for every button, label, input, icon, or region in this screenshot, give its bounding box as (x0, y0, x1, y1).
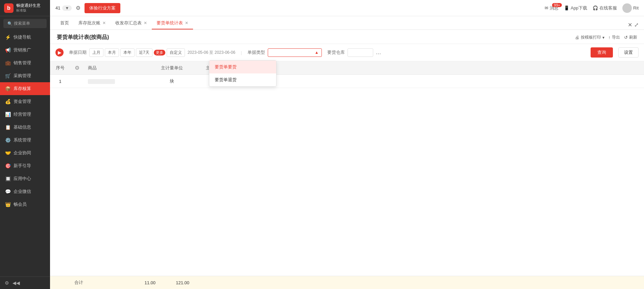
sidebar-item-label: 快捷导航 (14, 34, 31, 40)
purchase-icon: 🛒 (5, 73, 11, 79)
date-btn-year[interactable]: 本年 (120, 48, 135, 57)
app-download-btn[interactable]: 📱 App下载 (564, 5, 587, 11)
tab-batch-close[interactable]: ✕ (102, 21, 106, 25)
app-logo: b 畅捷通好生意 标准版 (0, 0, 50, 16)
sidebar-item-member[interactable]: 👑 畅会员 (0, 198, 50, 211)
footer-amount: 121.00 (156, 280, 189, 285)
sidebar-item-enterprise[interactable]: 🤝 企业协同 (0, 147, 50, 159)
sidebar-item-system[interactable]: ⚙️ 系统管理 (0, 134, 50, 147)
sales-icon: 💼 (5, 60, 11, 66)
sidebar-item-basic[interactable]: 📋 基础信息 (0, 121, 50, 134)
user-avatar (622, 3, 632, 13)
tab-home-label: 首页 (60, 20, 69, 26)
col-product: 商品 (84, 61, 151, 75)
finance-icon: 💰 (5, 98, 11, 105)
company-id: 41 (55, 5, 60, 10)
message-btn[interactable]: ✉ 消息 99+ (545, 5, 558, 11)
operation-icon: 📊 (5, 111, 11, 117)
tab-home[interactable]: 首页 (55, 17, 74, 29)
table-row: 1 块 11.00 121.00 (50, 75, 644, 88)
sidebar-item-label: 企业微信 (14, 188, 31, 195)
export-btn[interactable]: ↑ 导出 (609, 35, 620, 40)
dropdown-item-order-goods[interactable]: 要货单要货 (209, 61, 276, 73)
sidebar-search[interactable]: 🔍 搜索菜单 (3, 19, 47, 28)
tabbar: 首页 库存批次账 ✕ 收发存汇总表 ✕ 要货单统计表 ✕ ✕ ⤢ (50, 16, 644, 30)
sidebar-item-wechat[interactable]: 💬 企业微信 (0, 185, 50, 198)
date-btn-week[interactable]: 近7天 (136, 48, 152, 57)
tab-collect-label: 收发存汇总表 (115, 20, 142, 26)
tab-order-close[interactable]: ✕ (185, 21, 188, 25)
quick-nav-icon: ⚡ (5, 34, 11, 40)
sidebar-item-marketing[interactable]: 📢 营销推广 (0, 44, 50, 57)
sidebar-item-guide[interactable]: 🎯 新手引导 (0, 159, 50, 172)
topbar-right: ✉ 消息 99+ 📱 App下载 🎧 在线客服 Rit (545, 3, 639, 13)
warehouse-more-icon[interactable]: … (376, 49, 381, 55)
sidebar-item-sales[interactable]: 💼 销售管理 (0, 57, 50, 69)
sidebar-nav: ⚡ 快捷导航 📢 营销推广 💼 销售管理 🛒 采购管理 📦 库存核算 💰 资金管… (0, 31, 50, 276)
filter-toggle-btn[interactable]: ▶ (55, 48, 64, 57)
table-settings-icon[interactable]: ⚙ (75, 65, 79, 71)
sidebar-item-app-center[interactable]: 🔲 应用中心 (0, 172, 50, 185)
logo-icon: b (4, 3, 14, 13)
settings-button[interactable]: 设置 (618, 47, 639, 58)
wechat-icon: 💬 (5, 188, 11, 195)
dropdown-item-order-return[interactable]: 要货单退货 (209, 73, 276, 86)
main-content: 41 ▼ ⚙ 体验行业方案 ✉ 消息 99+ 📱 App下载 🎧 在线客服 Ri… (50, 0, 644, 289)
col-unit: 主计量单位 (151, 61, 192, 75)
date-btn-current[interactable]: 本月 (105, 48, 119, 57)
type-select-arrow-icon: ▲ (315, 50, 319, 55)
type-select[interactable]: ▲ (268, 48, 322, 57)
sidebar: b 畅捷通好生意 标准版 🔍 搜索菜单 ⚡ 快捷导航 📢 营销推广 💼 销售管理… (0, 0, 50, 289)
sidebar-item-purchase[interactable]: 🛒 采购管理 (0, 69, 50, 82)
tab-order-stats[interactable]: 要货单统计表 ✕ (152, 17, 193, 29)
warehouse-filter-label: 要货仓库 (327, 49, 345, 55)
footer-settings-icon[interactable]: ⚙ (5, 280, 9, 286)
enterprise-icon: 🤝 (5, 150, 11, 156)
tab-expand-btn[interactable]: ⤢ (634, 22, 639, 28)
export-icon: ↑ (609, 35, 611, 40)
company-selector[interactable]: 41 ▼ (55, 5, 72, 11)
col-settings: ⚙ (70, 61, 84, 75)
sidebar-item-label: 畅会员 (14, 201, 27, 207)
sidebar-item-inventory[interactable]: 📦 库存核算 (0, 82, 50, 95)
user-profile[interactable]: Rit (622, 3, 639, 13)
sidebar-item-quick-nav[interactable]: ⚡ 快捷导航 (0, 31, 50, 44)
tab-collect-send[interactable]: 收发存汇总表 ✕ (111, 17, 152, 29)
refresh-btn[interactable]: ↺ 刷新 (624, 35, 637, 40)
tab-batch-account[interactable]: 库存批次账 ✕ (74, 17, 111, 29)
col-extra (273, 61, 644, 75)
query-button[interactable]: 查询 (591, 47, 613, 58)
type-dropdown: 要货单要货 要货单退货 (209, 60, 277, 87)
footer-collapse-icon[interactable]: ◀◀ (13, 280, 20, 286)
date-btn-custom[interactable]: 自定义 (167, 48, 185, 57)
sidebar-item-label: 经营管理 (14, 111, 31, 117)
col-seq: 序号 (50, 61, 70, 75)
online-service-btn[interactable]: 🎧 在线客服 (593, 5, 617, 11)
sidebar-item-label: 营销推广 (14, 47, 31, 53)
sidebar-item-label: 企业协同 (14, 150, 31, 156)
type-filter-group: 单据类型 ▲ (247, 48, 322, 57)
date-btn-up[interactable]: 上月 (89, 48, 103, 57)
table-header-row: 序号 ⚙ 商品 主计量单位 主数量 零售金额 (50, 61, 644, 75)
sidebar-item-finance[interactable]: 💰 资金管理 (0, 95, 50, 108)
date-more-badge[interactable]: 更多 (154, 50, 165, 55)
search-label: 搜索菜单 (14, 21, 30, 26)
tab-collect-close[interactable]: ✕ (144, 21, 147, 25)
page-header-actions: 🖨 按模板打印 ▾ ↑ 导出 ↺ 刷新 (575, 35, 638, 40)
sidebar-item-label: 采购管理 (14, 73, 31, 79)
topbar-settings-icon[interactable]: ⚙ (76, 5, 80, 11)
service-icon: 🎧 (593, 5, 598, 10)
sidebar-item-operation[interactable]: 📊 经营管理 (0, 108, 50, 121)
footer-qty: 11.00 (122, 280, 156, 285)
table-footer: 合计 11.00 121.00 (50, 276, 644, 289)
member-icon: 👑 (5, 201, 11, 207)
print-template-btn[interactable]: 🖨 按模板打印 ▾ (575, 35, 604, 40)
cell-unit: 块 (151, 75, 192, 88)
product-placeholder (88, 79, 115, 84)
warehouse-input[interactable] (348, 48, 373, 57)
refresh-label: 刷新 (629, 35, 637, 40)
topbar: 41 ▼ ⚙ 体验行业方案 ✉ 消息 99+ 📱 App下载 🎧 在线客服 Ri… (50, 0, 644, 16)
tab-close-all-btn[interactable]: ✕ (628, 22, 632, 28)
print-icon: 🖨 (575, 35, 579, 40)
trial-button[interactable]: 体验行业方案 (85, 3, 120, 13)
